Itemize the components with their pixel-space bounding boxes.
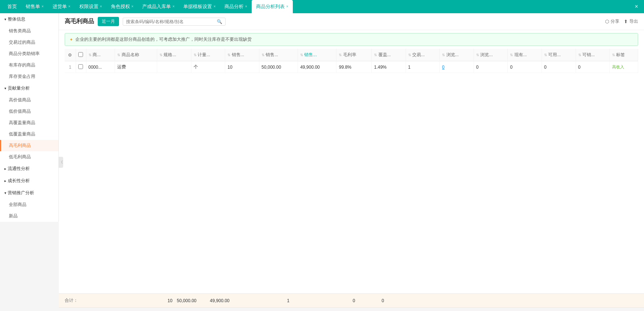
th-checkbox <box>76 49 86 61</box>
th-browse2[interactable]: ⇅ 浏览... <box>474 49 508 61</box>
horizontal-scrollbar[interactable] <box>59 307 644 311</box>
info-banner: ✦ 企业的主要的利润都是这部分商品创造的，可考虑加大推广，同时关注库存是不要出现… <box>65 33 638 46</box>
footer-available: 0 <box>379 298 386 303</box>
page-title: 高毛利商品 <box>65 18 94 25</box>
nav-permission[interactable]: 权限设置 × <box>75 0 107 13</box>
sidebar-item-high-coverage[interactable]: 高覆盖量商品 <box>0 117 58 129</box>
th-browse1[interactable]: ⇅ 浏览... <box>440 49 474 61</box>
row-sales2: 50,000.00 <box>259 61 298 73</box>
sidebar-group-marketing[interactable]: ▾ 营销推广分析 <box>0 187 58 199</box>
th-name[interactable]: ⇅ 商品名称 <box>115 49 157 61</box>
row-checkbox[interactable] <box>76 61 86 73</box>
close-sales-tab[interactable]: × <box>42 0 44 13</box>
sidebar-container: ▾ 整体信息 销售类商品 交易过的商品 商品分类助销率 有库存的商品 库存资金占… <box>0 13 59 311</box>
th-sales3[interactable]: ⇅ 销售... <box>298 49 337 61</box>
th-sales2[interactable]: ⇅ 销售... <box>259 49 298 61</box>
sidebar-item-stock-capital[interactable]: 库存资金占用 <box>0 71 58 82</box>
row-trade: 1 <box>406 61 440 73</box>
close-warehouse-tab[interactable]: × <box>172 0 175 13</box>
nav-role[interactable]: 角色授权 × <box>107 0 138 13</box>
header-actions: ⬡ 分享 ⬆ 导出 <box>605 18 638 25</box>
th-trade[interactable]: ⇅ 交易... <box>406 49 440 61</box>
close-purchase-tab[interactable]: × <box>68 0 71 13</box>
sidebar-item-low-margin[interactable]: 低毛利商品 <box>0 151 58 163</box>
row-num: 1 <box>65 61 76 73</box>
nav-sales[interactable]: 销售单 × <box>21 0 48 13</box>
table-row: 1 0000... 运费 个 10 50,000.00 49,900.00 99… <box>65 61 638 73</box>
footer-sales3: 49,900.00 <box>208 298 241 303</box>
sidebar-item-new-goods[interactable]: 新品 <box>0 210 58 222</box>
main-layout: ▾ 整体信息 销售类商品 交易过的商品 商品分类助销率 有库存的商品 库存资金占… <box>0 13 644 311</box>
content-area: 高毛利商品 近一月 🔍 ⬡ 分享 ⬆ 导出 ✦ 企业的主要的利润都是这部分商品创… <box>59 13 644 311</box>
close-analysis-list-tab[interactable]: × <box>286 0 288 13</box>
filter-recent-month[interactable]: 近一月 <box>98 17 119 26</box>
footer-sales2: 50,000.00 <box>175 298 208 303</box>
nav-analysis[interactable]: 商品分析 × <box>220 0 252 13</box>
footer-spacer2 <box>241 298 285 303</box>
th-settings[interactable]: ⚙ <box>65 49 76 61</box>
footer-label: 合计： <box>65 297 78 304</box>
row-browse1[interactable]: 0 <box>440 61 474 73</box>
sidebar-item-all-goods[interactable]: 全部商品 <box>0 199 58 210</box>
th-current[interactable]: ⇅ 现有... <box>508 49 542 61</box>
sidebar-item-low-coverage[interactable]: 低覆盖量商品 <box>0 129 58 140</box>
footer-spacer3 <box>292 298 321 303</box>
table-wrapper[interactable]: ⚙ ⇅ 商... ⇅ 商品名称 ⇅ 规格... ⇅ 计量... ⇅ 销售... … <box>59 49 644 293</box>
th-spec[interactable]: ⇅ 规格... <box>157 49 191 61</box>
close-analysis-tab[interactable]: × <box>245 0 247 13</box>
nav-warehouse[interactable]: 产成品入库单 × <box>138 0 179 13</box>
sidebar-item-high-value[interactable]: 高价值商品 <box>0 94 58 106</box>
export-button[interactable]: ⬆ 导出 <box>624 18 638 25</box>
nav-purchase[interactable]: 进货单 × <box>48 0 75 13</box>
close-template-tab[interactable]: × <box>213 0 216 13</box>
th-code[interactable]: ⇅ 商... <box>86 49 115 61</box>
search-input[interactable] <box>126 19 215 24</box>
close-permission-tab[interactable]: × <box>100 0 102 13</box>
share-icon: ⬡ <box>605 19 609 24</box>
row-available: 0 <box>542 61 576 73</box>
nav-template[interactable]: 单据模板设置 × <box>179 0 220 13</box>
row-saleable: 0 <box>576 61 610 73</box>
arrow-liquidity: ▸ <box>4 167 6 171</box>
close-all-tabs[interactable]: × <box>632 3 641 10</box>
table-body: 1 0000... 运费 个 10 50,000.00 49,900.00 99… <box>65 61 638 73</box>
th-sales1[interactable]: ⇅ 销售... <box>225 49 259 61</box>
sidebar-item-category-rate[interactable]: 商品分类助销率 <box>0 48 58 59</box>
th-gross-margin[interactable]: ⇅ 毛利率 <box>337 49 372 61</box>
info-icon: ✦ <box>69 37 73 42</box>
row-tag: 高收入 <box>610 61 638 73</box>
nav-analysis-list[interactable]: 商品分析列表 × <box>252 0 293 13</box>
arrow-growth: ▸ <box>4 179 6 183</box>
search-icon[interactable]: 🔍 <box>217 19 222 24</box>
select-all-checkbox[interactable] <box>78 52 83 57</box>
sidebar-collapse-btn[interactable]: 《 <box>59 157 63 168</box>
data-table: ⚙ ⇅ 商... ⇅ 商品名称 ⇅ 规格... ⇅ 计量... ⇅ 销售... … <box>65 49 638 73</box>
sidebar-group-liquidity[interactable]: ▸ 流通性分析 <box>0 163 58 175</box>
sidebar-group-overall[interactable]: ▾ 整体信息 <box>0 13 58 25</box>
table-header-row: ⚙ ⇅ 商... ⇅ 商品名称 ⇅ 规格... ⇅ 计量... ⇅ 销售... … <box>65 49 638 61</box>
row-code: 0000... <box>86 61 115 73</box>
sidebar-item-sales-goods[interactable]: 销售类商品 <box>0 25 58 37</box>
row-browse2: 0 <box>474 61 508 73</box>
footer-spacer4 <box>321 298 350 303</box>
sidebar-item-low-value[interactable]: 低价值商品 <box>0 106 58 117</box>
share-button[interactable]: ⬡ 分享 <box>605 18 619 25</box>
close-role-tab[interactable]: × <box>132 0 134 13</box>
th-tag[interactable]: ⇅ 标签 <box>610 49 638 61</box>
sidebar-item-high-margin[interactable]: 高毛利商品 <box>0 140 58 151</box>
sidebar-group-contribution[interactable]: ▾ 贡献量分析 <box>0 82 58 94</box>
th-unit[interactable]: ⇅ 计量... <box>191 49 225 61</box>
footer-bar: 合计： 10 50,000.00 49,900.00 1 0 0 <box>59 293 644 307</box>
th-coverage[interactable]: ⇅ 覆盖... <box>372 49 406 61</box>
sidebar-item-traded-goods[interactable]: 交易过的商品 <box>0 37 58 48</box>
row-unit: 个 <box>191 61 225 73</box>
sidebar: ▾ 整体信息 销售类商品 交易过的商品 商品分类助销率 有库存的商品 库存资金占… <box>0 13 59 222</box>
th-available[interactable]: ⇅ 可用... <box>542 49 576 61</box>
row-name: 运费 <box>115 61 157 73</box>
footer-spacer1 <box>81 298 165 303</box>
sidebar-item-in-stock[interactable]: 有库存的商品 <box>0 59 58 71</box>
nav-home[interactable]: 首页 <box>3 0 21 13</box>
th-saleable[interactable]: ⇅ 可销... <box>576 49 610 61</box>
export-icon: ⬆ <box>624 19 628 24</box>
sidebar-group-growth[interactable]: ▸ 成长性分析 <box>0 175 58 187</box>
